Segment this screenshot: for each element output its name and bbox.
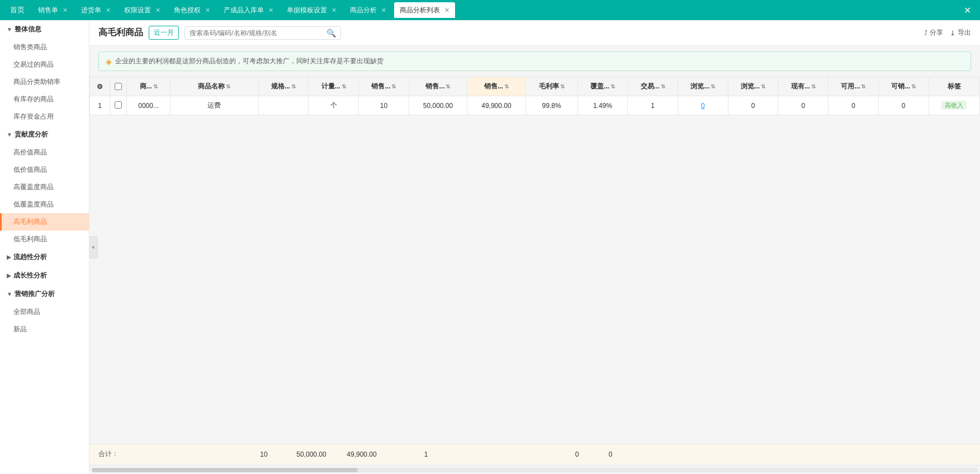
sidebar-group-trend[interactable]: ▶ 流趋性分析 (0, 248, 89, 266)
window-close-button[interactable]: ✕ (959, 5, 976, 16)
cell-checkbox[interactable] (110, 96, 127, 115)
footer-sales-profit: 49,900.00 (337, 450, 387, 458)
table-container[interactable]: ⚙ 商... ⇅ 商品名称 (89, 77, 980, 454)
content-area: « 高毛利商品 近一月 🔍 ⤴ 分享 ⤓ 导出 ◈ 企 (89, 20, 980, 474)
sort-trade-count-icon: ⇅ (661, 83, 665, 90)
sort-spec-icon: ⇅ (291, 83, 296, 90)
th-name[interactable]: 商品名称 ⇅ (171, 77, 258, 96)
sidebar-item-low-margin[interactable]: 低毛利商品 (0, 231, 89, 248)
content-header: 高毛利商品 近一月 🔍 ⤴ 分享 ⤓ 导出 (89, 20, 980, 46)
sort-gross-rate-icon: ⇅ (560, 83, 565, 90)
sidebar-item-low-value[interactable]: 低价值商品 (0, 161, 89, 179)
cell-code: 0000... (127, 96, 171, 115)
cell-sales-profit: 49,900.00 (467, 96, 525, 115)
sidebar-item-all-goods[interactable]: 全部商品 (0, 303, 89, 321)
table-footer: 合计： 10 50,000.00 49,900.00 1 0 0 (89, 444, 980, 464)
sidebar-group-contribution[interactable]: ▼ 贡献度分析 (0, 125, 89, 144)
top-navigation: 首页 销售单 ✕ 进货单 ✕ 权限设置 ✕ 角色授权 ✕ 产成品入库单 ✕ 单据… (0, 0, 980, 20)
footer-label: 合计： (98, 449, 119, 459)
sidebar-item-stock-goods[interactable]: 有库存的商品 (0, 91, 89, 108)
sort-code-icon: ⇅ (153, 83, 158, 90)
sidebar-item-new-goods[interactable]: 新品 (0, 321, 89, 338)
sort-unit-icon: ⇅ (342, 83, 346, 90)
nav-home[interactable]: 首页 (4, 2, 30, 18)
sidebar-group-overall[interactable]: ▼ 整体信息 (0, 20, 89, 39)
row-checkbox[interactable] (115, 101, 122, 109)
sort-browse1-icon: ⇅ (711, 83, 715, 90)
th-settings[interactable]: ⚙ (90, 77, 110, 96)
th-tag[interactable]: 标签 (929, 77, 979, 96)
arrow-overall-icon: ▼ (7, 26, 12, 32)
sort-sales-profit-icon: ⇅ (504, 83, 509, 90)
th-trade-count[interactable]: 交易... ⇅ (628, 77, 678, 96)
share-button[interactable]: ⤴ 分享 (924, 28, 943, 37)
close-sales-tab[interactable]: ✕ (63, 7, 68, 14)
th-checkbox[interactable] (110, 77, 127, 96)
select-all-checkbox[interactable] (115, 83, 122, 90)
sidebar-group-growth[interactable]: ▶ 成长性分析 (0, 266, 89, 285)
cell-coverage: 1.49% (577, 96, 628, 115)
close-role-tab[interactable]: ✕ (205, 7, 210, 14)
export-button[interactable]: ⤓ 导出 (950, 28, 971, 37)
search-icon[interactable]: 🔍 (326, 29, 336, 37)
sidebar-collapse-button[interactable]: « (89, 236, 98, 259)
nav-tab-purchase[interactable]: 进货单 ✕ (75, 2, 116, 18)
th-browse1[interactable]: 浏览... ⇅ (678, 77, 728, 96)
footer-sales-qty: 10 (242, 450, 286, 458)
th-sales-amount[interactable]: 销售... ⇅ (409, 77, 467, 96)
sidebar-item-sales-goods[interactable]: 销售类商品 (0, 39, 89, 56)
th-browse2[interactable]: 浏览... ⇅ (728, 77, 778, 96)
nav-tab-permission[interactable]: 权限设置 ✕ (119, 2, 166, 18)
th-sales-qty[interactable]: 销售... ⇅ (359, 77, 409, 96)
th-available-stock[interactable]: 可用... ⇅ (828, 77, 879, 96)
cell-trade-count: 1 (628, 96, 678, 115)
nav-tab-product-storage[interactable]: 产成品入库单 ✕ (218, 2, 279, 18)
sidebar-item-category-rate[interactable]: 商品分类助销率 (0, 73, 89, 91)
nav-tab-template[interactable]: 单据模板设置 ✕ (281, 2, 342, 18)
close-purchase-tab[interactable]: ✕ (106, 7, 111, 14)
sidebar-item-stock-capital[interactable]: 库存资金占用 (0, 108, 89, 125)
cell-name: 运费 (171, 96, 258, 115)
close-product-analysis-list-tab[interactable]: ✕ (444, 7, 449, 14)
th-sales-profit[interactable]: 销售... ⇅ (467, 77, 525, 96)
th-sellable-stock[interactable]: 可销... ⇅ (878, 77, 929, 96)
close-permission-tab[interactable]: ✕ (155, 7, 160, 14)
th-unit[interactable]: 计量... ⇅ (309, 77, 359, 96)
cell-gross-rate: 99.8% (525, 96, 577, 115)
sidebar-item-high-margin[interactable]: 高毛利商品 (0, 213, 89, 231)
time-filter-button[interactable]: 近一月 (149, 26, 179, 40)
th-gross-rate[interactable]: 毛利率 ⇅ (525, 77, 577, 96)
cell-tag: 高收入 (929, 96, 979, 115)
nav-tab-sales[interactable]: 销售单 ✕ (32, 2, 73, 18)
export-icon: ⤓ (950, 29, 955, 37)
close-product-storage-tab[interactable]: ✕ (268, 7, 273, 14)
th-current-stock[interactable]: 现有... ⇅ (778, 77, 828, 96)
th-spec[interactable]: 规格... ⇅ (258, 77, 309, 96)
scrollbar-track (92, 468, 978, 472)
scrollbar-thumb[interactable] (92, 468, 358, 472)
th-code[interactable]: 商... ⇅ (127, 77, 171, 96)
sidebar-group-marketing[interactable]: ▼ 营销推广分析 (0, 285, 89, 303)
footer-current-stock: 0 (560, 450, 594, 458)
nav-tab-role[interactable]: 角色授权 ✕ (168, 2, 216, 18)
nav-tab-product-analysis-list[interactable]: 商品分析列表 ✕ (394, 2, 455, 18)
sort-current-stock-icon: ⇅ (811, 83, 816, 90)
sidebar-item-traded-goods[interactable]: 交易过的商品 (0, 56, 89, 73)
sidebar: ▼ 整体信息 销售类商品 交易过的商品 商品分类助销率 有库存的商品 库存资金占… (0, 20, 89, 474)
arrow-contribution-icon: ▼ (7, 132, 12, 138)
cell-browse1[interactable]: 0 (678, 96, 728, 115)
sidebar-item-low-coverage[interactable]: 低覆盖度商品 (0, 196, 89, 213)
browse1-link[interactable]: 0 (701, 102, 705, 110)
close-product-analysis-tab[interactable]: ✕ (381, 7, 386, 14)
cell-spec (258, 96, 309, 115)
close-template-tab[interactable]: ✕ (332, 7, 337, 14)
footer-sales-amount: 50,000.00 (286, 450, 337, 458)
search-input[interactable] (190, 29, 324, 37)
sidebar-item-high-coverage[interactable]: 高覆盖度商品 (0, 179, 89, 196)
sort-sales-qty-icon: ⇅ (391, 83, 396, 90)
nav-tab-product-analysis[interactable]: 商品分析 ✕ (344, 2, 392, 18)
th-coverage[interactable]: 覆盖... ⇅ (577, 77, 628, 96)
horizontal-scrollbar[interactable] (89, 465, 980, 474)
sidebar-item-high-value[interactable]: 高价值商品 (0, 144, 89, 161)
info-banner: ◈ 企业的主要的利润都是这部分商品创造的，可考虑加大推广，同时关注库存是不要出现… (98, 51, 971, 71)
